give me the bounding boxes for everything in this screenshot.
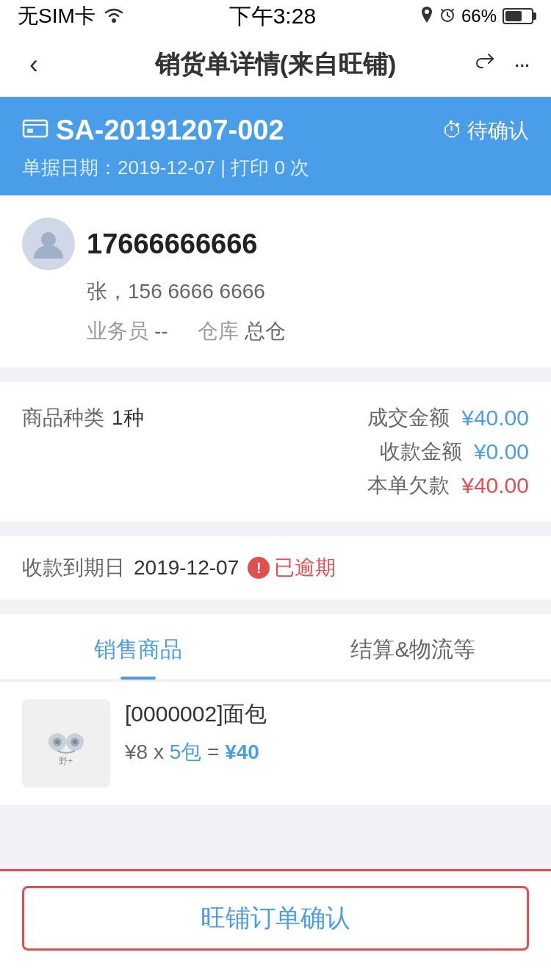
warehouse-label: 仓库: [198, 317, 239, 345]
order-header: SA-20191207-002 ⏱ 待确认 单据日期：2019-12-07 | …: [0, 97, 551, 195]
status-bar: 无SIM卡 下午3:28 66%: [0, 0, 551, 32]
svg-point-0: [112, 18, 116, 23]
amount-label: 成交金额: [367, 404, 450, 432]
svg-point-4: [41, 232, 56, 247]
tab-settlement[interactable]: 结算&物流等: [276, 614, 551, 680]
due-date-value: 2019-12-07: [134, 556, 239, 580]
carrier-text: 无SIM卡: [18, 2, 96, 30]
location-icon: [420, 5, 433, 28]
price-value: ¥8: [125, 741, 148, 763]
svg-text:野+: 野+: [59, 756, 73, 765]
svg-point-9: [55, 740, 60, 744]
overdue-icon: !: [248, 557, 270, 579]
battery-icon: [503, 8, 533, 24]
customer-name: 张，156 6666 6666: [87, 278, 529, 306]
share-button[interactable]: [474, 51, 496, 79]
customer-meta: 业务员 -- 仓库 总仓: [87, 317, 529, 345]
order-icon: [22, 115, 48, 146]
overdue-badge: ! 已逾期: [248, 554, 336, 582]
received-value: ¥0.00: [474, 439, 529, 464]
owed-row: 本单欠款 ¥40.00: [367, 472, 529, 500]
svg-rect-2: [24, 120, 47, 137]
multiply-symbol: x: [154, 741, 164, 763]
owed-value: ¥40.00: [461, 473, 529, 498]
salesperson-label: 业务员: [87, 317, 148, 345]
product-item: 野+ [0000002]面包 ¥8 x 5包 = ¥40: [22, 699, 529, 788]
received-label: 收款金额: [380, 438, 462, 466]
confirm-order-button[interactable]: 旺铺订单确认: [22, 886, 529, 951]
product-section: 野+ [0000002]面包 ¥8 x 5包 = ¥40: [0, 682, 551, 805]
status-time: 下午3:28: [229, 1, 316, 32]
total-value: ¥40: [225, 741, 259, 763]
overdue-text: 已逾期: [274, 554, 336, 582]
tabs-section: 销售商品 结算&物流等: [0, 614, 551, 680]
owed-label: 本单欠款: [367, 472, 450, 500]
product-types-label: 商品种类: [22, 404, 104, 432]
battery-percent: 66%: [461, 6, 497, 26]
product-thumbnail: 野+: [22, 699, 110, 788]
status-carrier: 无SIM卡: [18, 2, 125, 30]
product-info: [0000002]面包 ¥8 x 5包 = ¥40: [125, 699, 529, 766]
salesperson-value: --: [154, 320, 168, 343]
bottom-action-bar: 旺铺订单确认: [0, 869, 551, 980]
customer-avatar: [22, 217, 75, 270]
order-status: ⏱ 待确认: [442, 117, 529, 145]
product-price: ¥8 x 5包 = ¥40: [125, 738, 529, 766]
wifi-icon: [103, 4, 125, 28]
order-id: SA-20191207-002: [22, 115, 284, 146]
svg-rect-3: [27, 129, 33, 133]
nav-bar: ‹ 销货单详情(来自旺铺) ···: [0, 32, 551, 97]
status-icons: 66%: [420, 5, 533, 28]
product-name: [0000002]面包: [125, 699, 529, 729]
customer-section: 17666666666 张，156 6666 6666 业务员 -- 仓库 总仓: [0, 195, 551, 367]
order-date: 单据日期：2019-12-07 | 打印 0 次: [22, 155, 529, 181]
customer-phone: 17666666666: [87, 228, 257, 260]
summary-section: 商品种类 1种 成交金额 ¥40.00 收款金额 ¥0.00 本单欠款 ¥40.…: [0, 382, 551, 522]
page-title: 销货单详情(来自旺铺): [155, 48, 397, 82]
more-button[interactable]: ···: [514, 51, 529, 78]
nav-right-actions: ···: [474, 51, 529, 79]
amount-value: ¥40.00: [461, 406, 529, 430]
warehouse-info: 仓库 总仓: [198, 317, 286, 345]
alarm-icon: [439, 5, 455, 28]
quantity-value: 5包: [170, 741, 202, 763]
tab-products[interactable]: 销售商品: [0, 614, 276, 680]
clock-icon: ⏱: [442, 118, 463, 143]
product-types-value: 1种: [112, 404, 144, 432]
svg-point-10: [73, 740, 77, 744]
due-date-label: 收款到期日: [22, 554, 125, 582]
money-summary: 成交金额 ¥40.00 收款金额 ¥0.00 本单欠款 ¥40.00: [367, 404, 529, 500]
salesperson-info: 业务员 --: [87, 317, 168, 345]
received-row: 收款金额 ¥0.00: [380, 438, 529, 466]
due-date-section: 收款到期日 2019-12-07 ! 已逾期: [0, 536, 551, 599]
amount-row: 成交金额 ¥40.00: [367, 404, 529, 432]
warehouse-value: 总仓: [245, 317, 286, 345]
equals-symbol: =: [207, 741, 219, 763]
product-types: 商品种类 1种: [22, 404, 144, 432]
back-button[interactable]: ‹: [22, 42, 46, 87]
